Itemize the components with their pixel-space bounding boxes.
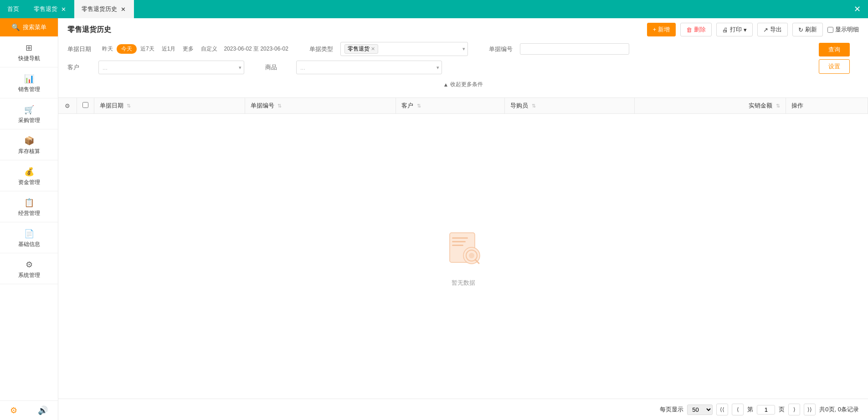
- data-table: ⚙ 单据日期 ⇅ 单据编号 ⇅: [58, 98, 868, 114]
- number-label: 单据编号: [489, 45, 516, 53]
- add-button[interactable]: + 新增: [647, 23, 676, 36]
- svg-rect-3: [452, 245, 463, 246]
- query-button[interactable]: 查询: [819, 43, 850, 56]
- sidebar-item-inventory[interactable]: 📦 库存核算: [0, 129, 58, 160]
- sales-icon: 📊: [24, 74, 34, 84]
- tab-retail-return-label: 零售退货: [34, 5, 57, 13]
- tab-retail-return[interactable]: 零售退货 ✕: [26, 0, 74, 18]
- refresh-button[interactable]: ↻ 刷新: [792, 23, 823, 36]
- tab-retail-return-history[interactable]: 零售退货历史 ✕: [74, 0, 134, 18]
- total-label: 共0页, 0条记录: [819, 405, 859, 414]
- sidebar-search[interactable]: 🔍 搜索菜单: [0, 18, 58, 36]
- export-button[interactable]: ↗ 导出: [757, 23, 788, 36]
- sidebar-item-purchase-mgmt[interactable]: 🛒 采购管理: [0, 98, 58, 129]
- delete-button[interactable]: 🗑 删除: [680, 23, 712, 36]
- date-label: 单据日期: [67, 45, 95, 53]
- prev-page-btn[interactable]: ⟨: [732, 404, 744, 415]
- date-btn-more[interactable]: 更多: [179, 44, 197, 54]
- date-btn-7days[interactable]: 近7天: [137, 44, 158, 54]
- page-title: 零售退货历史: [67, 25, 111, 35]
- purchase-icon: 🛒: [24, 105, 34, 115]
- customer-filter-item: 客户 ... ▾: [67, 61, 244, 74]
- goods-placeholder: ...: [300, 64, 305, 71]
- svg-point-7: [469, 253, 474, 258]
- sort-date-icon[interactable]: ⇅: [127, 103, 131, 108]
- settings-button[interactable]: 设置: [819, 59, 850, 74]
- tab-retail-return-history-label: 零售退货历史: [82, 5, 117, 13]
- print-button[interactable]: 🖨 打印 ▾: [716, 23, 753, 36]
- customer-select-wrapper: ... ▾: [98, 61, 244, 74]
- window-close-btn[interactable]: ✕: [847, 4, 868, 14]
- delete-icon: 🗑: [686, 26, 692, 33]
- th-date: 单据日期 ⇅: [94, 98, 245, 114]
- sidebar-item-quick-nav-label: 快捷导航: [18, 55, 40, 62]
- type-label: 单据类型: [309, 45, 337, 53]
- date-range-display: 2023-06-02 至 2023-06-02: [224, 45, 288, 53]
- sidebar-item-basic-info[interactable]: 📄 基础信息: [0, 222, 58, 253]
- th-action: 操作: [786, 98, 868, 114]
- sys-icon: ⚙: [26, 260, 33, 270]
- show-detail-toggle[interactable]: 显示明细: [827, 26, 859, 34]
- goods-label: 商品: [265, 63, 293, 72]
- tab-retail-return-close[interactable]: ✕: [60, 6, 67, 12]
- goods-select[interactable]: ...: [296, 61, 442, 74]
- th-amount: 实销金额 ⇅: [635, 98, 786, 114]
- show-detail-checkbox[interactable]: [827, 27, 833, 33]
- page-input[interactable]: [757, 405, 775, 415]
- settings-bottom-btn[interactable]: ⚙: [10, 405, 17, 415]
- page-unit: 页: [779, 405, 785, 414]
- sort-guide-icon[interactable]: ⇅: [532, 103, 536, 108]
- sidebar-item-sales-mgmt[interactable]: 📊 销售管理: [0, 67, 58, 98]
- sidebar-item-finance-label: 资金管理: [18, 179, 40, 186]
- basic-info-icon: 📄: [24, 229, 34, 239]
- collapse-btn[interactable]: ▲ 收起更多条件: [67, 79, 859, 92]
- date-btn-yesterday[interactable]: 昨天: [98, 44, 117, 54]
- sidebar-item-sys-mgmt[interactable]: ⚙ 系统管理: [0, 253, 58, 284]
- sidebar-item-finance[interactable]: 💰 资金管理: [0, 160, 58, 191]
- content-area: 零售退货历史 + 新增 🗑 删除 🖨 打印 ▾ ↗: [58, 18, 868, 420]
- type-tag-close[interactable]: ✕: [371, 46, 375, 52]
- sort-number-icon[interactable]: ⇅: [277, 103, 282, 108]
- type-select-wrapper: 零售退货 ✕ ▾: [340, 42, 468, 56]
- page-size-select[interactable]: 50 20 100: [687, 405, 713, 415]
- sort-amount-icon[interactable]: ⇅: [776, 103, 780, 108]
- sidebar-item-ops[interactable]: 📋 经营管理: [0, 191, 58, 222]
- sidebar-item-ops-label: 经营管理: [18, 210, 40, 217]
- volume-btn[interactable]: 🔊: [38, 405, 48, 415]
- filter-row-2: 客户 ... ▾ 商品: [67, 61, 859, 74]
- tab-home[interactable]: 首页: [0, 0, 26, 18]
- next-page-btn[interactable]: ⟩: [788, 404, 800, 415]
- select-all-checkbox[interactable]: [82, 102, 88, 108]
- th-guide: 导购员 ⇅: [505, 98, 635, 114]
- date-btn-today[interactable]: 今天: [117, 44, 137, 54]
- filter-area: 单据日期 昨天 今天 近7天 近1月 更多 自定义 2023-06-02 至 2…: [67, 42, 859, 97]
- filter-row-1: 单据日期 昨天 今天 近7天 近1月 更多 自定义 2023-06-02 至 2…: [67, 42, 859, 56]
- empty-state: 暂无数据: [58, 114, 868, 399]
- th-checkbox: [77, 98, 94, 114]
- date-btn-custom[interactable]: 自定义: [197, 44, 221, 54]
- export-icon: ↗: [763, 26, 768, 33]
- sidebar-item-sales-label: 销售管理: [18, 86, 40, 93]
- type-select[interactable]: 零售退货 ✕: [340, 42, 468, 56]
- sidebar-item-quick-nav[interactable]: ⊞ 快捷导航: [0, 36, 58, 67]
- toolbar: + 新增 🗑 删除 🖨 打印 ▾ ↗ 导出: [647, 23, 859, 36]
- sort-customer-icon[interactable]: ⇅: [417, 103, 421, 108]
- number-input[interactable]: [520, 43, 629, 55]
- th-customer: 客户 ⇅: [395, 98, 504, 114]
- customer-placeholder: ...: [103, 64, 108, 71]
- table-settings-icon[interactable]: ⚙: [65, 102, 70, 109]
- date-btn-1month[interactable]: 近1月: [158, 44, 180, 54]
- pagination-bar: 每页显示 50 20 100 ⟨⟨ ⟨ 第 页 ⟩ ⟩⟩ 共0页, 0条记录: [58, 399, 868, 420]
- inventory-icon: 📦: [24, 136, 34, 146]
- tab-list: 首页 零售退货 ✕ 零售退货历史 ✕: [0, 0, 847, 18]
- empty-text: 暂无数据: [452, 279, 475, 287]
- sidebar-item-basic-info-label: 基础信息: [18, 241, 40, 248]
- tab-retail-return-history-close[interactable]: ✕: [120, 6, 127, 12]
- first-page-btn[interactable]: ⟨⟨: [716, 404, 728, 415]
- type-filter-item: 单据类型 零售退货 ✕ ▾: [309, 42, 468, 56]
- last-page-btn[interactable]: ⟩⟩: [804, 404, 816, 415]
- sidebar-item-sys-label: 系统管理: [18, 271, 40, 279]
- customer-select[interactable]: ...: [98, 61, 244, 74]
- refresh-icon: ↻: [798, 26, 803, 33]
- customer-label: 客户: [67, 63, 95, 72]
